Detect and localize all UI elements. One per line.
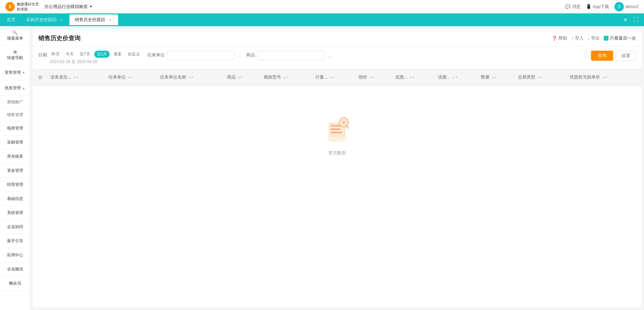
sort-icon: ▲▼	[73, 76, 78, 79]
maximize-btn[interactable]: ⛶	[632, 16, 640, 24]
date-filter-group: 日期 昨天 今天 近7天 近1月 更多 自定义 2023-02-18 至 202…	[38, 51, 142, 65]
th-partner-name[interactable]: 往来单位名称 ▲▼	[157, 69, 224, 86]
chevron-down-icon: ▼	[22, 71, 25, 74]
main-layout: 🔍 搜索菜单 ⊞ 快捷导航 零售管理 ▼ 批发管理 ▲ 营销推广 销售管理 电商…	[0, 26, 644, 310]
th-spec[interactable]: 规格型号 ▲▼	[261, 69, 313, 86]
svg-rect-4	[330, 132, 342, 133]
help-btn[interactable]: ❓ 帮助	[552, 35, 567, 41]
import-icon: ↑	[571, 36, 574, 41]
tab-bar: 首页 采购历史价跟踪 × 销售历史价跟踪 × ✕ ⛶	[0, 13, 644, 26]
th-goods[interactable]: 商品 ▲▼	[224, 69, 261, 86]
company-selector[interactable]: 办公用品行业模拟账套 ▼	[42, 2, 95, 11]
content-area: 销售历史价查询 ❓ 帮助 ↑ 导入 ↓ 导出 ✓	[30, 26, 644, 310]
sort-icon: ▲▼	[369, 76, 374, 79]
sidebar-item-ecommerce-mgmt[interactable]: 电商管理	[0, 121, 30, 136]
data-table: ⚙ 业务发生... ▲▼ 往来单位 ▲▼ 往来单位名称	[33, 69, 641, 86]
date-btn-today[interactable]: 今天	[64, 51, 76, 58]
sidebar-item-finance-mgmt[interactable]: 资金管理	[0, 164, 30, 178]
sort-icon: ▲▼	[128, 76, 133, 79]
svg-rect-3	[330, 128, 340, 130]
tab-purchase-history[interactable]: 采购历史价跟踪 ×	[21, 14, 69, 25]
sort-icon: ▲▼	[237, 76, 243, 79]
goods-input[interactable]	[258, 51, 325, 60]
sidebar-item-sales-mgmt[interactable]: 销售管理	[0, 109, 30, 121]
th-quantity[interactable]: 数量 ▲▼	[478, 69, 515, 86]
sidebar-item-wholesale-mgmt[interactable]: 批发管理 ▲	[0, 81, 30, 96]
th-discount2[interactable]: 优惠... ▲▼	[435, 69, 478, 86]
partner-input[interactable]	[167, 51, 234, 60]
sort-icon: ▲▼	[283, 76, 288, 79]
sidebar-item-quick-nav[interactable]: ⊞ 快捷导航	[0, 46, 30, 65]
empty-text: 暂无数据	[328, 150, 346, 156]
sidebar-item-operations-mgmt[interactable]: 经营管理	[0, 178, 30, 192]
sidebar-item-inventory[interactable]: 库存核算	[0, 150, 30, 164]
partner-filter-group: 往来单位 ...	[147, 51, 241, 60]
sort-icon: ▲▼	[410, 76, 415, 79]
sidebar-item-new-guide[interactable]: 新手引导	[0, 234, 30, 248]
th-discount1[interactable]: 优惠... ▲▼	[392, 69, 435, 86]
grid-icon: ⊞	[13, 50, 17, 54]
close-tab-sales[interactable]: ×	[107, 17, 113, 22]
goods-dots-btn[interactable]: ...	[327, 53, 331, 58]
th-settings: ⚙	[33, 69, 48, 86]
chevron-up-icon: ▲	[22, 86, 25, 90]
tab-home[interactable]: 首页	[1, 14, 21, 25]
header-left: 6 畅捷通好生意 标准版 办公用品行业模拟账套 ▼	[5, 2, 95, 11]
date-btn-custom[interactable]: 自定义	[126, 51, 142, 58]
sort-icon: ▲▼	[602, 76, 607, 79]
sidebar-item-search-menu[interactable]: 🔍 搜索菜单	[0, 26, 30, 46]
th-partner-code[interactable]: 往来单位 ▲▼	[106, 69, 157, 86]
logo-text: 畅捷通好生意 标准版	[17, 2, 39, 11]
sidebar-item-enterprise-wechat[interactable]: 企业微信	[0, 262, 30, 276]
sidebar-item-app-center[interactable]: 应用中心	[0, 248, 30, 262]
sort-icon: ▲▼	[537, 76, 543, 79]
th-pre-discount-price[interactable]: 优惠前无税单价 ▲▼	[567, 69, 641, 86]
th-trans-type[interactable]: 交易类型 ▲▼	[515, 69, 567, 86]
sidebar-item-enterprise-coop[interactable]: 企业协同	[0, 220, 30, 234]
date-btn-7days[interactable]: 近7天	[78, 51, 92, 58]
filter-bar: 日期 昨天 今天 近7天 近1月 更多 自定义 2023-02-18 至 202…	[33, 47, 641, 69]
page-header: 销售历史价查询 ❓ 帮助 ↑ 导入 ↓ 导出 ✓	[33, 29, 641, 47]
th-quoted-price[interactable]: 报价 ▲▼	[356, 69, 392, 86]
export-icon: ↓	[588, 36, 590, 41]
sidebar-item-system-mgmt[interactable]: 系统管理	[0, 206, 30, 220]
partner-input-group: ...	[167, 51, 241, 60]
export-btn[interactable]: ↓ 导出	[588, 35, 600, 41]
sidebar-item-retail-mgmt[interactable]: 零售管理 ▼	[0, 65, 30, 81]
import-btn[interactable]: ↑ 导入	[571, 35, 584, 41]
tab-sales-history[interactable]: 销售历史价跟踪 ×	[69, 14, 118, 25]
empty-state: 暂无数据	[33, 86, 641, 183]
message-btn[interactable]: 💬 消息	[565, 4, 581, 10]
sort-icon: ▲▼	[452, 76, 458, 79]
date-options: 昨天 今天 近7天 近1月 更多 自定义 2023-02-18 至 2023-0…	[50, 51, 142, 65]
table-header: ⚙ 业务发生... ▲▼ 往来单位 ▲▼ 往来单位名称	[33, 69, 641, 86]
sidebar-item-marketing[interactable]: 营销推广	[0, 96, 30, 109]
th-biz-date[interactable]: 业务发生... ▲▼	[48, 69, 106, 86]
gear-icon[interactable]: ⚙	[36, 72, 45, 82]
logo-icon: 6	[5, 2, 15, 11]
empty-icon	[320, 112, 354, 146]
user-profile-btn[interactable]: D demo2	[614, 2, 639, 11]
close-tab-purchase[interactable]: ×	[59, 17, 64, 22]
app-download-btn[interactable]: 📱 App下载	[586, 4, 609, 10]
goods-input-group: ...	[258, 51, 331, 60]
show-last-checkbox[interactable]: ✓ 只看最后一次	[604, 35, 636, 41]
settings-button[interactable]: 设置	[616, 51, 636, 61]
sidebar-item-basic-info[interactable]: 基础信息	[0, 192, 30, 206]
sidebar-item-member[interactable]: 畅会员	[0, 276, 30, 291]
chevron-down-icon: ▼	[89, 5, 93, 8]
query-button[interactable]: 查询	[591, 51, 613, 61]
partner-dots-btn[interactable]: ...	[237, 53, 241, 58]
sidebar-item-purchase-mgmt[interactable]: 采购管理	[0, 136, 30, 150]
partner-label: 往来单位	[147, 51, 165, 58]
th-unit[interactable]: 计量... ▲▼	[313, 69, 356, 86]
date-label: 日期	[38, 51, 47, 58]
date-btn-more[interactable]: 更多	[112, 51, 124, 58]
download-icon: 📱	[586, 4, 591, 9]
date-range-text: 2023-02-18 至 2023-03-18	[50, 59, 142, 65]
date-btn-1month[interactable]: 近1月	[94, 51, 110, 58]
date-btn-yesterday[interactable]: 昨天	[50, 51, 62, 58]
header-right: 💬 消息 📱 App下载 D demo2	[565, 2, 639, 11]
goods-filter-group: 商品 ...	[246, 51, 331, 60]
close-window-btn[interactable]: ✕	[621, 16, 629, 24]
